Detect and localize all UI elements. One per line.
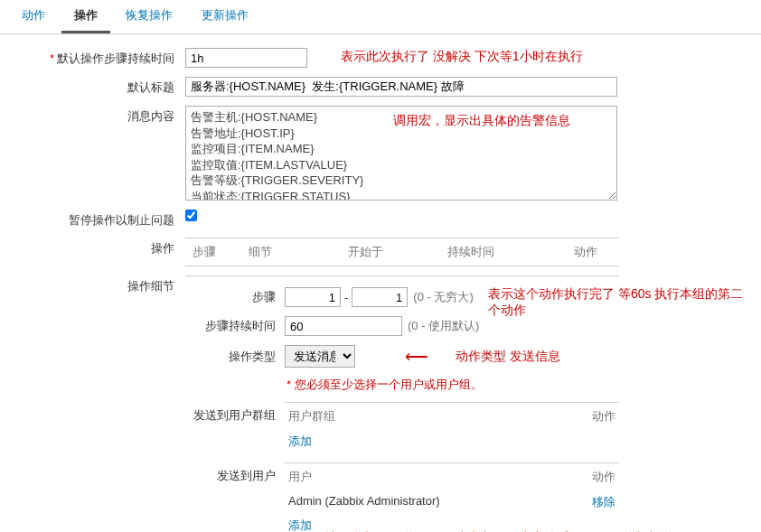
tab-recovery[interactable]: 恢复操作 <box>113 0 185 31</box>
step-hint: (0 - 无穷大) <box>413 289 473 305</box>
op-detail-label: 操作细节 <box>9 275 185 294</box>
op-type-select[interactable]: 发送消息 <box>285 345 355 368</box>
add-user-group-link[interactable]: 添加 <box>288 434 312 450</box>
steps-label: 步骤 <box>185 289 285 305</box>
send-to-group-label: 发送到用户群组 <box>185 402 285 424</box>
default-subject-label: 默认标题 <box>9 77 185 96</box>
send-to-user-label: 发送到用户 <box>185 462 285 484</box>
arrow-icon: ⟵ <box>405 347 428 367</box>
op-type-note: 动作类型 发送信息 <box>456 349 560 365</box>
operations-label: 操作 <box>9 238 185 257</box>
add-user-link[interactable]: 添加 <box>288 518 312 532</box>
default-step-duration-input[interactable] <box>185 48 307 68</box>
form-area: *默认操作步骤持续时间 表示此次执行了 没解决 下次等1小时在执行 默认标题 消… <box>0 34 761 532</box>
message-textarea[interactable] <box>185 106 617 201</box>
tab-update[interactable]: 更新操作 <box>189 0 261 31</box>
message-label: 消息内容 <box>9 106 185 125</box>
action-header-1: 动作 <box>570 408 615 425</box>
step-duration-input[interactable] <box>285 316 402 336</box>
operations-table-header: 步骤 细节 开始于 持续时间 动作 <box>185 238 619 266</box>
default-step-duration-note: 表示此次执行了 没解决 下次等1小时在执行 <box>341 49 583 65</box>
default-step-duration-label: *默认操作步骤持续时间 <box>9 48 185 67</box>
user-value: Admin (Zabbix Administrator) <box>288 494 570 510</box>
remove-user-link[interactable]: 移除 <box>592 495 615 509</box>
step-duration-note: 表示这个动作执行完了 等60s 执行本组的第二个动作 <box>488 285 750 318</box>
step-duration-hint: (0 - 使用默认) <box>408 318 479 334</box>
action-header-2: 动作 <box>570 469 615 485</box>
tabs-bar: 动作 操作 恢复操作 更新操作 <box>0 0 761 34</box>
pause-label: 暂停操作以制止问题 <box>9 210 185 229</box>
tab-action[interactable]: 动作 <box>9 0 58 31</box>
user-header: 用户 <box>288 469 570 485</box>
default-subject-input[interactable] <box>185 77 617 97</box>
step-duration-label: 步骤持续时间 <box>185 318 285 334</box>
op-type-label: 操作类型 <box>185 349 285 365</box>
step-to-input[interactable] <box>352 287 408 307</box>
step-from-input[interactable] <box>285 287 341 307</box>
required-note: 您必须至少选择一个用户或用户组。 <box>295 378 483 391</box>
tab-operation[interactable]: 操作 <box>61 0 110 33</box>
pause-checkbox[interactable] <box>185 210 197 221</box>
user-group-header: 用户群组 <box>288 408 570 425</box>
